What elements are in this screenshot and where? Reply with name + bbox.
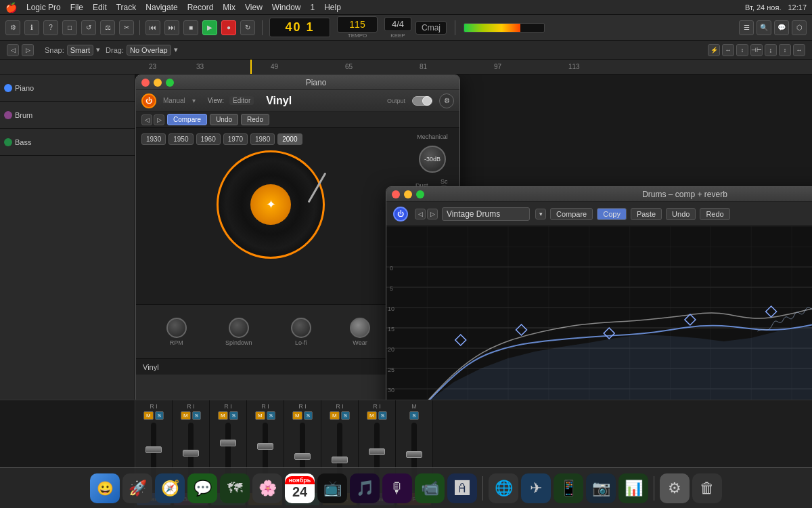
piano-close-btn[interactable]: [141, 79, 150, 87]
mixer-m-3[interactable]: M: [218, 411, 228, 420]
menu-track[interactable]: Track: [116, 3, 137, 12]
mixer-m-4[interactable]: M: [255, 411, 265, 420]
dock-facetime[interactable]: 📹: [415, 473, 445, 503]
dock-finder[interactable]: 😀: [90, 473, 120, 503]
eq-close-btn[interactable]: [392, 190, 400, 198]
fader-handle-7[interactable]: [369, 448, 385, 455]
view-btn-5[interactable]: ↨: [765, 44, 777, 56]
mixer-s-1[interactable]: S: [155, 411, 164, 420]
dock-music[interactable]: 🎵: [350, 473, 380, 503]
eq-next-btn[interactable]: ▷: [427, 209, 438, 219]
vinyl-next-btn[interactable]: ▷: [154, 114, 164, 125]
dock-podcasts[interactable]: 🎙: [382, 473, 412, 503]
dock-maps[interactable]: 🗺: [220, 473, 250, 503]
eq-maximize-btn[interactable]: [416, 190, 424, 198]
toolbar-right-1[interactable]: ☰: [739, 20, 754, 35]
fader-handle-5[interactable]: [294, 453, 311, 460]
dock-trash[interactable]: 🗑: [692, 473, 722, 503]
eq-prev-btn[interactable]: ◁: [415, 209, 426, 219]
dock-whatsapp[interactable]: 📱: [554, 473, 583, 503]
mixer-m-2[interactable]: M: [181, 411, 191, 420]
piano-maximize-btn[interactable]: [166, 79, 174, 87]
knob-wear-dial[interactable]: [350, 318, 370, 338]
mixer-s-5[interactable]: S: [304, 411, 313, 420]
view-btn-3[interactable]: ↕: [736, 44, 748, 56]
mixer-m-1[interactable]: M: [143, 411, 154, 420]
toolbar-right-2[interactable]: 🔍: [757, 20, 771, 35]
toolbar-btn-1[interactable]: ⚙: [5, 20, 20, 35]
drag-select[interactable]: No Overlap: [127, 45, 171, 56]
decade-1930[interactable]: 1930: [141, 133, 166, 145]
mixer-s-6[interactable]: S: [341, 411, 350, 420]
decade-2000[interactable]: 2000: [277, 133, 302, 145]
mixer-m-7[interactable]: M: [367, 411, 377, 420]
vinyl-redo-btn[interactable]: Redo: [241, 114, 269, 125]
dock-lightroom[interactable]: 📷: [586, 473, 616, 503]
sc-btn-1[interactable]: ◁: [7, 44, 19, 56]
dock-itv[interactable]: 📺: [317, 473, 347, 503]
eq-compare-btn[interactable]: Compare: [550, 208, 593, 220]
eq-redo-btn[interactable]: Redo: [700, 208, 729, 220]
apple-menu[interactable]: 🍎: [5, 2, 17, 13]
snap-select[interactable]: Smart: [67, 45, 93, 56]
vinyl-output-slider[interactable]: [412, 96, 432, 106]
view-btn-6[interactable]: ↕: [779, 44, 791, 56]
toolbar-right-4[interactable]: ⬡: [792, 20, 807, 35]
vinyl-power-btn[interactable]: ⏻: [141, 93, 156, 108]
fader-handle-3[interactable]: [220, 440, 236, 446]
forward-btn[interactable]: ⏭: [164, 20, 179, 35]
view-btn-1[interactable]: ⚡: [708, 44, 720, 56]
mixer-m-6[interactable]: M: [330, 411, 340, 420]
fader-handle-6[interactable]: [332, 457, 348, 463]
fader-handle-2[interactable]: [183, 450, 199, 457]
sc-btn-2[interactable]: ▷: [22, 44, 34, 56]
menu-1[interactable]: 1: [311, 3, 315, 12]
vinyl-settings-btn[interactable]: ⚙: [439, 93, 454, 108]
toolbar-right-3[interactable]: 💬: [774, 20, 789, 35]
fader-handle-1[interactable]: [145, 446, 162, 453]
decade-1970[interactable]: 1970: [223, 133, 248, 145]
vinyl-prev-btn[interactable]: ◁: [141, 114, 152, 125]
eq-paste-btn[interactable]: Paste: [631, 208, 662, 220]
view-btn-2[interactable]: ↔: [722, 44, 734, 56]
toolbar-btn-2[interactable]: ℹ: [24, 20, 39, 35]
mixer-s-4[interactable]: S: [267, 411, 275, 420]
mixer-s-3[interactable]: S: [229, 411, 238, 420]
dock-safari[interactable]: 🧭: [155, 473, 185, 503]
menu-file[interactable]: File: [70, 3, 83, 12]
eq-graph[interactable]: 0 5 10 15 20 25 30 35 40 20 30 40 50: [386, 226, 812, 400]
eq-preset-arrow[interactable]: ▾: [535, 209, 546, 219]
view-btn-4[interactable]: ⊣⊢: [750, 44, 763, 56]
decade-1960[interactable]: 1960: [196, 133, 221, 145]
rewind-btn[interactable]: ⏮: [145, 20, 160, 35]
vinyl-view-btn[interactable]: Editor: [229, 96, 254, 105]
dock-chrome[interactable]: 🌐: [489, 473, 518, 503]
stop-btn[interactable]: ■: [183, 20, 198, 35]
dock-launchpad[interactable]: 🚀: [122, 473, 152, 503]
dock-messages[interactable]: 💬: [187, 473, 217, 503]
fader-handle-4[interactable]: [257, 443, 273, 450]
menu-view[interactable]: View: [245, 3, 263, 12]
menu-logicpro[interactable]: Logic Pro: [26, 3, 61, 12]
eq-minimize-btn[interactable]: [404, 190, 412, 198]
eq-undo-btn[interactable]: Undo: [666, 208, 696, 220]
decade-1980[interactable]: 1980: [250, 133, 275, 145]
menu-navigate[interactable]: Navigate: [145, 3, 177, 12]
db-knob[interactable]: -30dB: [419, 146, 446, 173]
knob-spindown-dial[interactable]: [229, 318, 249, 338]
view-btn-7[interactable]: ↔: [793, 44, 805, 56]
dock-settings[interactable]: ⚙: [660, 473, 690, 503]
dock-numbers[interactable]: 📊: [618, 473, 648, 503]
piano-minimize-btn[interactable]: [154, 79, 162, 87]
dock-photos[interactable]: 🌸: [252, 473, 282, 503]
mixer-s-7[interactable]: S: [378, 411, 387, 420]
toolbar-btn-6[interactable]: ⚖: [100, 20, 115, 35]
menu-record[interactable]: Record: [187, 3, 214, 12]
eq-preset-select[interactable]: Vintage Drums: [442, 207, 530, 221]
fader-handle-8[interactable]: [406, 451, 422, 458]
knob-rpm-dial[interactable]: [166, 318, 187, 338]
toolbar-btn-5[interactable]: ↺: [81, 20, 96, 35]
eq-copy-btn[interactable]: Copy: [597, 208, 627, 220]
menu-window[interactable]: Window: [272, 3, 301, 12]
vinyl-undo-btn[interactable]: Undo: [210, 114, 238, 125]
